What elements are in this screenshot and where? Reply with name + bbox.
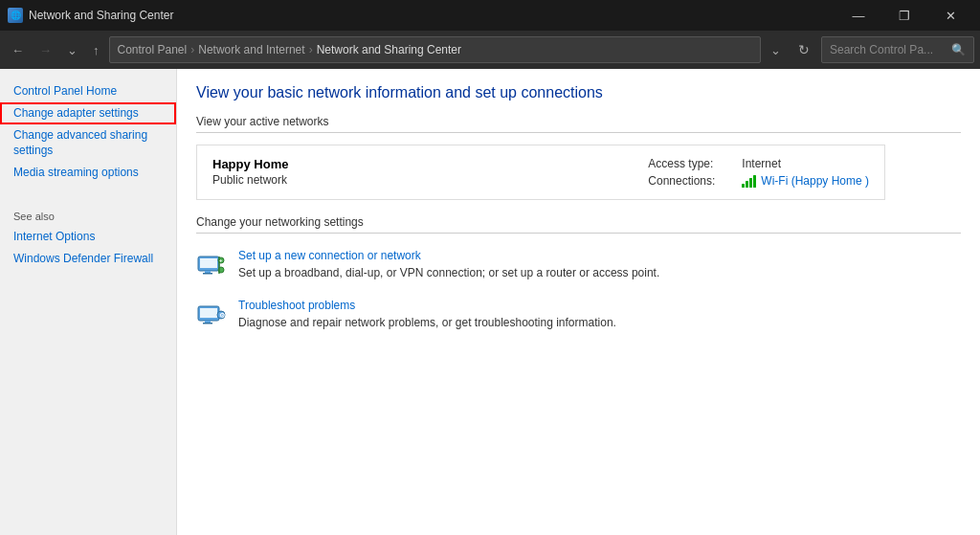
svg-rect-2 <box>749 178 752 188</box>
troubleshoot-item: ⚙ Troubleshoot problems Diagnose and rep… <box>196 299 866 329</box>
new-connection-desc: Set up a broadband, dial-up, or VPN conn… <box>238 266 659 279</box>
troubleshoot-text: Troubleshoot problems Diagnose and repai… <box>238 299 616 329</box>
main-layout: Control Panel Home Change adapter settin… <box>0 69 980 535</box>
network-info: Access type: Internet Connections: <box>648 157 869 188</box>
svg-rect-1 <box>746 181 748 188</box>
forward-button[interactable]: → <box>33 39 57 61</box>
new-connection-icon: + <box>196 249 227 279</box>
see-also-title: See also <box>0 211 176 226</box>
up-button[interactable]: ↑ <box>87 39 105 61</box>
troubleshoot-icon: ⚙ <box>196 299 227 329</box>
wifi-signal-icon <box>742 174 757 188</box>
svg-rect-13 <box>200 308 217 318</box>
svg-rect-3 <box>753 175 756 188</box>
svg-text:+: + <box>219 257 223 263</box>
change-settings-header: Change your networking settings <box>196 215 961 234</box>
sidebar-item-control-panel-home[interactable]: Control Panel Home <box>0 80 176 102</box>
troubleshoot-desc: Diagnose and repair network problems, or… <box>238 316 616 329</box>
content-area: View your basic network information and … <box>177 69 980 535</box>
search-input[interactable] <box>830 43 946 56</box>
page-title: View your basic network information and … <box>196 84 961 101</box>
troubleshoot-link[interactable]: Troubleshoot problems <box>238 299 616 312</box>
access-type-label: Access type: <box>648 157 734 170</box>
network-type: Public network <box>212 173 288 187</box>
close-button[interactable]: ✕ <box>928 0 972 31</box>
connections-row: Connections: Wi-Fi (Happy Home ) <box>648 174 869 188</box>
sidebar-item-windows-defender-firewall[interactable]: Windows Defender Firewall <box>0 248 176 270</box>
active-networks-header: View your active networks <box>196 115 961 133</box>
window-controls: — ❐ ✕ <box>836 0 972 31</box>
svg-rect-5 <box>200 258 217 268</box>
breadcrumb-current[interactable]: Network and Sharing Center <box>317 43 461 56</box>
sidebar-item-change-advanced-sharing[interactable]: Change advanced sharing settings <box>0 124 176 163</box>
network-left: Happy Home Public network <box>212 157 288 187</box>
new-connection-item: + Set up a new connection or network Set… <box>196 249 866 279</box>
back-button[interactable]: ← <box>6 39 30 61</box>
svg-rect-6 <box>205 271 211 273</box>
new-connection-text: Set up a new connection or network Set u… <box>238 249 659 279</box>
app-icon: 🌐 <box>8 8 23 23</box>
address-bar: ← → ⌄ ↑ Control Panel › Network and Inte… <box>0 31 980 69</box>
svg-text:⚙: ⚙ <box>219 312 225 319</box>
wifi-connection-link[interactable]: Wi-Fi (Happy Home ) <box>742 174 869 188</box>
sidebar: Control Panel Home Change adapter settin… <box>0 69 177 535</box>
breadcrumb-network-internet[interactable]: Network and Internet <box>198 43 304 56</box>
new-connection-link[interactable]: Set up a new connection or network <box>238 249 659 262</box>
see-also-section: See also Internet Options Windows Defend… <box>0 199 176 270</box>
refresh-button[interactable]: ↻ <box>791 38 817 61</box>
change-settings-section: Change your networking settings <box>196 215 961 329</box>
search-box: 🔍 <box>821 36 974 63</box>
window-title: Network and Sharing Center <box>29 9 836 22</box>
network-name: Happy Home <box>212 157 288 171</box>
sidebar-item-media-streaming[interactable]: Media streaming options <box>0 162 176 184</box>
svg-rect-14 <box>205 321 211 323</box>
network-card: Happy Home Public network Access type: I… <box>196 145 885 200</box>
breadcrumb-control-panel[interactable]: Control Panel <box>118 43 188 56</box>
maximize-button[interactable]: ❐ <box>882 0 926 31</box>
svg-rect-7 <box>203 273 212 275</box>
svg-rect-0 <box>742 184 745 188</box>
sidebar-item-change-adapter-settings[interactable]: Change adapter settings <box>0 102 176 124</box>
minimize-button[interactable]: — <box>836 0 880 31</box>
address-dropdown-button[interactable]: ⌄ <box>765 39 787 61</box>
address-box: Control Panel › Network and Internet › N… <box>109 36 762 63</box>
recent-pages-button[interactable]: ⌄ <box>61 39 83 61</box>
connections-label: Connections: <box>648 174 734 188</box>
search-icon[interactable]: 🔍 <box>951 43 966 56</box>
sidebar-item-internet-options[interactable]: Internet Options <box>0 226 176 248</box>
svg-rect-15 <box>203 323 212 324</box>
wifi-connection-name: Wi-Fi (Happy Home ) <box>761 174 869 188</box>
access-type-value: Internet <box>742 157 781 170</box>
access-type-row: Access type: Internet <box>648 157 869 170</box>
title-bar: 🌐 Network and Sharing Center — ❐ ✕ <box>0 0 980 31</box>
